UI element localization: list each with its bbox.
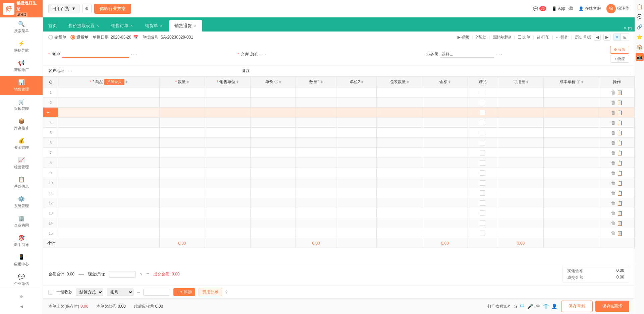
tab-price-settings[interactable]: 售价提取设置 × (63, 20, 105, 32)
tab-sales-note[interactable]: 销货单 × (140, 20, 168, 32)
copy-row-icon-1[interactable]: 📋 (617, 90, 623, 95)
shortcut-action[interactable]: ⌨ 快捷键 (493, 35, 511, 40)
gift-checkbox-2[interactable] (480, 100, 485, 105)
delete-icon[interactable]: 🗑 (611, 231, 615, 236)
gift-checkbox-12[interactable] (480, 200, 485, 206)
delete-icon[interactable]: 🗑 (611, 221, 615, 226)
right-sidebar-icon-2[interactable]: 💬 (636, 13, 644, 21)
gift-checkbox-1[interactable] (480, 90, 485, 95)
prev-button[interactable]: ◀ (594, 34, 601, 41)
delete-icon[interactable]: 🗑 (611, 190, 615, 196)
scan-input-button[interactable]: 扫码录入 (104, 79, 124, 85)
one-click-checkbox[interactable] (48, 290, 53, 295)
radio-sales[interactable]: 销货单 (48, 35, 66, 40)
customer-input[interactable] (62, 51, 129, 58)
copy-icon[interactable]: 📋 (617, 221, 623, 226)
mic-icon[interactable]: 🎤 (527, 304, 533, 309)
gift-checkbox-10[interactable] (480, 180, 485, 186)
copy-icon[interactable]: 📋 (617, 210, 623, 216)
warehouse-picker-button[interactable]: ··· (260, 51, 267, 57)
person-icon[interactable]: 👤 (551, 304, 557, 309)
right-sidebar-icon-1[interactable]: 📋 (636, 3, 644, 11)
tab-sales-return[interactable]: 销货退货 × (169, 20, 202, 32)
radio-return[interactable]: 退货单 (70, 35, 89, 40)
sidebar-item-purchase[interactable]: 🛒采购管理 (0, 95, 43, 115)
copy-row-icon-3[interactable]: 📋 (617, 110, 623, 115)
gift-checkbox-11[interactable] (480, 190, 485, 196)
copy-icon[interactable]: 📋 (617, 190, 623, 196)
save-draft-button[interactable]: 保存草稿 (561, 301, 593, 312)
delete-icon[interactable]: 🗑 (611, 160, 615, 166)
shirt-icon[interactable]: 👕 (543, 304, 549, 309)
maximize-button[interactable]: ⊡ (628, 26, 632, 31)
gear-button[interactable]: ⚙ (82, 4, 92, 13)
right-sidebar-icon-active[interactable]: 📸 (636, 53, 644, 61)
gift-checkbox-3[interactable] (480, 110, 485, 115)
delete-icon[interactable]: 🗑 (611, 120, 615, 125)
right-sidebar-icon-4[interactable]: ⭐ (636, 33, 644, 41)
tab-sales-order-close[interactable]: × (130, 23, 133, 28)
product-cell-1[interactable] (58, 87, 159, 98)
list-view-button[interactable]: ≡ (613, 34, 621, 41)
salesperson-picker-button[interactable]: ··· (496, 51, 502, 57)
right-sidebar-icon-5[interactable]: 🏠 (636, 43, 644, 51)
copy-icon[interactable]: 📋 (617, 150, 623, 155)
delete-icon[interactable]: 🗑 (611, 180, 615, 186)
daily-category-select[interactable]: 日用百货 ▼ (48, 4, 79, 13)
customer-picker-button[interactable]: ··· (131, 51, 138, 57)
cash-discount-input[interactable] (109, 271, 136, 278)
minus-icon[interactable]: — (78, 271, 84, 277)
gift-checkbox-8[interactable] (480, 160, 485, 166)
print-action[interactable]: 🖨 打印 (537, 35, 549, 40)
gift-checkbox-4[interactable] (480, 120, 485, 125)
gift-checkbox-5[interactable] (480, 130, 485, 135)
copy-row-icon-2[interactable]: 📋 (617, 100, 623, 105)
account-dots[interactable]: ··· (137, 290, 140, 294)
copy-icon[interactable]: 📋 (617, 160, 623, 166)
sidebar-item-system[interactable]: ⚙️系统管理 (0, 192, 43, 212)
copy-icon[interactable]: 📋 (617, 120, 623, 125)
address-picker-button[interactable]: ··· (66, 68, 73, 74)
delete-icon[interactable]: 🗑 (611, 140, 615, 145)
product-input-3[interactable] (60, 110, 158, 115)
remark-input[interactable] (252, 68, 629, 74)
copy-icon[interactable]: 📋 (617, 130, 623, 135)
salesperson-input[interactable] (440, 51, 494, 58)
gift-checkbox-13[interactable] (480, 210, 485, 216)
add-payment-button[interactable]: + + 添加 (173, 288, 195, 296)
delete-row-icon-1[interactable]: 🗑 (611, 90, 615, 95)
sidebar-item-wechat[interactable]: 💬企业微信 (0, 270, 43, 289)
operate-action[interactable]: ⋯ 操作 (556, 35, 569, 40)
s-icon[interactable]: S (514, 304, 517, 309)
history-action[interactable]: 历史单据 (575, 35, 591, 40)
discount-help-icon[interactable]: ? (140, 272, 142, 277)
fee-distribution-button[interactable]: 费用分摊 (199, 288, 222, 296)
settings-action-button[interactable]: ⚙ 设置 (610, 46, 629, 54)
right-sidebar-icon-3[interactable]: 🔗 (636, 23, 644, 31)
sidebar-item-inventory[interactable]: 📦库存核算 (0, 115, 43, 134)
eye-icon[interactable]: 👁 (536, 304, 540, 309)
close-all-tabs-button[interactable]: × (624, 25, 627, 32)
online-service-button[interactable]: 👤 在线客服 (579, 6, 601, 11)
sidebar-item-sales[interactable]: 📊销售管理 (0, 76, 43, 95)
copy-icon[interactable]: 📋 (617, 200, 623, 206)
sidebar-item-enterprise[interactable]: 🏢企业协同 (0, 212, 43, 231)
tab-price-settings-close[interactable]: × (96, 23, 100, 28)
save-new-button[interactable]: 保存&新增 (595, 301, 629, 312)
tab-sales-note-close[interactable]: × (159, 23, 163, 28)
fee-help-icon[interactable]: ? (225, 290, 228, 295)
delete-icon[interactable]: 🗑 (611, 210, 615, 216)
tab-sales-order[interactable]: 销售订单 × (106, 20, 139, 32)
settings-icon[interactable]: ⚙ (0, 292, 43, 302)
tab-sales-return-close[interactable]: × (193, 23, 197, 28)
copy-icon[interactable]: 📋 (617, 140, 623, 145)
copy-icon[interactable]: 📋 (617, 180, 623, 186)
copy-icon[interactable]: 📋 (617, 231, 623, 236)
copy-icon[interactable]: 📋 (617, 170, 623, 176)
gift-checkbox-6[interactable] (480, 140, 485, 145)
delete-icon[interactable]: 🗑 (611, 170, 615, 176)
user-menu[interactable]: 徐 徐泽华 (606, 4, 629, 13)
gift-checkbox-15[interactable] (480, 231, 485, 236)
delete-row-icon-3[interactable]: 🗑 (611, 110, 615, 115)
sidebar-item-marketing[interactable]: 📢营销推广 (0, 56, 43, 76)
